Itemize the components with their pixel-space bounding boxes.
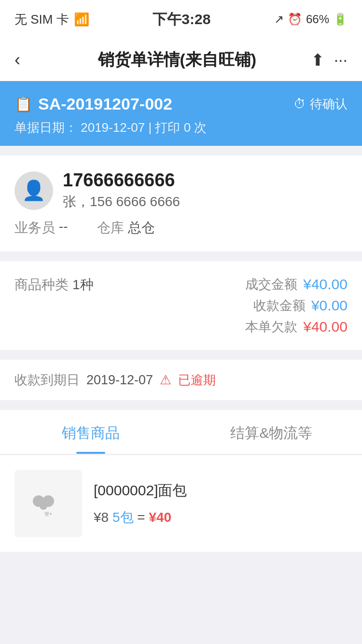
overdue-badge: 已逾期 bbox=[178, 372, 216, 389]
total-price: ¥40 bbox=[149, 510, 171, 525]
order-meta: 单据日期： 2019-12-07 | 打印 0 次 bbox=[14, 119, 348, 136]
order-icon: 📋 bbox=[14, 96, 32, 112]
amount-value: ¥40.00 bbox=[303, 276, 348, 293]
customer-info: 17666666666 张，156 6666 6666 bbox=[63, 170, 180, 211]
warehouse-value: 总仓 bbox=[128, 219, 155, 237]
tab-settlement[interactable]: 结算&物流等 bbox=[181, 410, 362, 454]
sales-label: 业务员 bbox=[14, 219, 55, 237]
equals-sign: = bbox=[137, 510, 149, 525]
unit-price: ¥8 bbox=[94, 510, 109, 525]
customer-phone: 17666666666 bbox=[63, 170, 180, 191]
received-line: 收款金额 ¥0.00 bbox=[253, 297, 348, 314]
customer-name: 张，156 6666 6666 bbox=[63, 193, 180, 211]
clock-icon: ⏱ bbox=[293, 97, 306, 112]
tabs-bar: 销售商品 结算&物流等 bbox=[0, 410, 362, 454]
product-item: 管+ [0000002]面包 ¥8 5包 = ¥40 bbox=[0, 455, 362, 552]
status-badge: ⏱ 待确认 bbox=[293, 96, 348, 112]
due-label: 收款到期日 bbox=[14, 371, 80, 389]
warehouse-label: 仓库 bbox=[97, 219, 124, 237]
warehouse-meta: 仓库 总仓 bbox=[97, 219, 155, 237]
summary-left: 商品种类 1种 bbox=[14, 276, 94, 294]
svg-text:管+: 管+ bbox=[44, 511, 52, 517]
tab-sales-products[interactable]: 销售商品 bbox=[0, 410, 181, 454]
amount-label: 成交金额 bbox=[245, 276, 297, 293]
empty-area bbox=[0, 552, 362, 644]
customer-card: 👤 17666666666 张，156 6666 6666 业务员 -- 仓库 … bbox=[0, 155, 362, 252]
owed-value: ¥40.00 bbox=[303, 319, 348, 335]
summary-section: 商品种类 1种 成交金额 ¥40.00 收款金额 ¥0.00 本单欠款 ¥40.… bbox=[0, 261, 362, 350]
warning-icon: ⚠ bbox=[160, 372, 171, 388]
order-id-text: SA-20191207-002 bbox=[38, 95, 172, 113]
time-display: 下午3:28 bbox=[153, 10, 210, 29]
battery-icon: 🔋 bbox=[333, 13, 348, 26]
header-top: 📋 SA-20191207-002 ⏱ 待确认 bbox=[14, 95, 348, 113]
status-text: 待确认 bbox=[310, 96, 348, 112]
share-icon[interactable]: ⬆ bbox=[311, 50, 324, 70]
types-label: 商品种类 bbox=[14, 276, 69, 294]
due-date: 2019-12-07 bbox=[86, 373, 153, 388]
types-item: 商品种类 1种 bbox=[14, 276, 94, 294]
quantity: 5包 bbox=[112, 510, 134, 525]
order-header-card: 📋 SA-20191207-002 ⏱ 待确认 单据日期： 2019-12-07… bbox=[0, 81, 362, 146]
nav-bar: ‹ 销货单详情(来自旺铺) ⬆ ··· bbox=[0, 39, 362, 81]
date-label: 单据日期： bbox=[14, 120, 77, 135]
location-icon: ↗ bbox=[274, 13, 284, 26]
summary-row: 商品种类 1种 成交金额 ¥40.00 收款金额 ¥0.00 本单欠款 ¥40.… bbox=[14, 276, 348, 336]
product-price: ¥8 5包 = ¥40 bbox=[94, 508, 348, 527]
product-thumbnail: 管+ bbox=[14, 470, 82, 537]
battery-label: 66% bbox=[306, 13, 329, 26]
tab-settlement-label: 结算&物流等 bbox=[230, 425, 312, 441]
tab-sales-label: 销售商品 bbox=[62, 425, 120, 441]
customer-meta: 业务员 -- 仓库 总仓 bbox=[14, 219, 348, 237]
back-button[interactable]: ‹ bbox=[14, 50, 43, 70]
wifi-icon: 📶 bbox=[74, 12, 89, 27]
no-sim-label: 无 SIM 卡 bbox=[14, 11, 69, 28]
status-left: 无 SIM 卡 📶 bbox=[14, 11, 89, 28]
sales-value: -- bbox=[59, 219, 68, 237]
alarm-icon: ⏰ bbox=[288, 13, 302, 26]
status-right: ↗ ⏰ 66% 🔋 bbox=[274, 13, 348, 26]
nav-actions: ⬆ ··· bbox=[311, 50, 348, 70]
order-id: 📋 SA-20191207-002 bbox=[14, 95, 172, 113]
status-bar: 无 SIM 卡 📶 下午3:28 ↗ ⏰ 66% 🔋 bbox=[0, 0, 362, 39]
product-info: [0000002]面包 ¥8 5包 = ¥40 bbox=[94, 481, 348, 527]
amount-line: 成交金额 ¥40.00 bbox=[245, 276, 348, 293]
owed-label: 本单欠款 bbox=[245, 318, 297, 336]
print-info: | 打印 0 次 bbox=[148, 120, 207, 135]
page-title: 销货单详情(来自旺铺) bbox=[98, 49, 257, 71]
date-value: 2019-12-07 bbox=[81, 120, 145, 135]
customer-top: 👤 17666666666 张，156 6666 6666 bbox=[14, 170, 348, 211]
due-section: 收款到期日 2019-12-07 ⚠ 已逾期 bbox=[0, 360, 362, 400]
more-icon[interactable]: ··· bbox=[334, 50, 348, 69]
product-name: [0000002]面包 bbox=[94, 481, 348, 501]
received-value: ¥0.00 bbox=[311, 297, 348, 314]
types-value: 1种 bbox=[72, 276, 94, 294]
product-list: 管+ [0000002]面包 ¥8 5包 = ¥40 bbox=[0, 455, 362, 552]
summary-right: 成交金额 ¥40.00 收款金额 ¥0.00 本单欠款 ¥40.00 bbox=[245, 276, 348, 336]
received-label: 收款金额 bbox=[253, 297, 306, 314]
sales-meta: 业务员 -- bbox=[14, 219, 68, 237]
owed-line: 本单欠款 ¥40.00 bbox=[245, 318, 348, 336]
svg-point-2 bbox=[40, 502, 47, 510]
avatar: 👤 bbox=[14, 171, 53, 210]
